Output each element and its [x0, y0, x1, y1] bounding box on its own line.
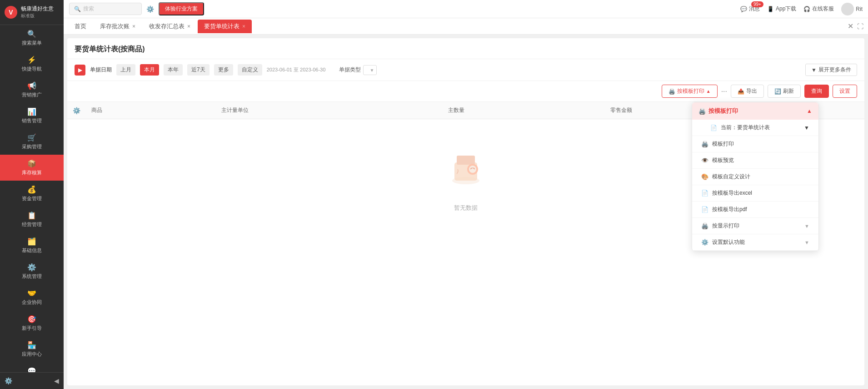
dropdown-item-template-custom[interactable]: 🎨 模板自定义设计 — [692, 169, 818, 185]
sidebar-item-operation[interactable]: 📋 经营管理 — [0, 207, 64, 232]
sidebar-item-apps[interactable]: 🏪 应用中心 — [0, 336, 64, 362]
settings-btn[interactable]: 设置 — [833, 85, 857, 98]
sidebar-item-basic[interactable]: 🗂️ 基础信息 — [0, 232, 64, 258]
sidebar-item-finance[interactable]: 💰 资金管理 — [0, 181, 64, 207]
sidebar-item-wechat[interactable]: 💬 企业微信 — [0, 362, 64, 372]
tab-receipt-summary-label: 收发存汇总表 — [149, 22, 185, 30]
dropdown-item-export-pdf[interactable]: 📄 按模板导出pdf — [692, 202, 818, 218]
table-settings-icon[interactable]: ⚙️ — [73, 107, 80, 114]
sidebar-item-inventory[interactable]: 📦 库存核算 — [0, 155, 64, 181]
tab-order-stats-close[interactable]: × — [242, 23, 245, 30]
sidebar-item-label: 采购管理 — [22, 143, 42, 150]
sidebar-item-sales[interactable]: 📊 销售管理 — [0, 103, 64, 129]
sidebar-item-quicknav[interactable]: ⚡ 快捷导航 — [0, 51, 64, 77]
display-print-icon: 🖨️ — [701, 222, 708, 229]
user-avatar-btn[interactable]: Rit — [841, 3, 863, 15]
tab-inventory-batch-close[interactable]: × — [132, 23, 135, 30]
print-btn[interactable]: 🖨️ 按模板打印 ▲ — [662, 85, 718, 98]
filter-expand-btn[interactable]: ▶ — [75, 65, 85, 76]
date-btn-more[interactable]: 更多 — [214, 64, 233, 76]
guide-icon: 🎯 — [27, 315, 36, 323]
tab-inventory-batch[interactable]: 库存批次账 × — [94, 20, 142, 33]
dropdown-current[interactable]: 📄 当前：要货单统计表 ▼ — [692, 120, 818, 136]
tab-bar-expand-icon[interactable]: ⛶ — [857, 23, 863, 30]
type-label: 单据类型 — [339, 66, 361, 74]
search-placeholder: 搜索 — [83, 5, 94, 13]
app-download-btn[interactable]: 📱 App下载 — [767, 5, 796, 13]
refresh-icon: 🔄 — [774, 88, 781, 95]
sidebar-item-label: 搜索菜单 — [22, 40, 42, 46]
date-btn-custom[interactable]: 自定义 — [238, 64, 262, 76]
sidebar-item-guide[interactable]: 🎯 新手引导 — [0, 310, 64, 336]
topbar: 🔍 搜索 ⚙️ 体验行业方案 💬 消息 99+ 📱 App下载 🎧 在线客服 R… — [64, 0, 868, 18]
svg-point-4 — [469, 166, 476, 173]
tab-order-stats[interactable]: 要货单统计表 × — [198, 20, 252, 33]
logo-icon: V — [5, 6, 17, 19]
template-preview-icon: 👁️ — [701, 157, 708, 164]
query-btn[interactable]: 查询 — [804, 85, 829, 98]
tab-bar-close-icon[interactable]: ✕ — [848, 22, 853, 30]
service-icon: 🎧 — [803, 6, 810, 12]
sidebar-item-label: 库存核算 — [22, 169, 42, 176]
date-range: 2023-06-01 至 2023-06-30 — [267, 66, 326, 73]
date-btn-last-month[interactable]: 上月 — [116, 64, 135, 76]
export-pdf-label: 按模板导出pdf — [712, 206, 747, 213]
tab-receipt-summary-close[interactable]: × — [187, 23, 190, 30]
tab-receipt-summary[interactable]: 收发存汇总表 × — [143, 20, 197, 33]
dropdown-item-template-print[interactable]: 🖨️ 模板打印 — [692, 136, 818, 152]
main-content: 🔍 搜索 ⚙️ 体验行业方案 💬 消息 99+ 📱 App下载 🎧 在线客服 R… — [64, 0, 868, 389]
date-btn-7days[interactable]: 近7天 — [187, 64, 210, 76]
default-func-chevron: ▼ — [804, 240, 809, 245]
sidebar-item-purchase[interactable]: 🛒 采购管理 — [0, 129, 64, 155]
dropdown-item-export-excel[interactable]: 📄 按模板导出excel — [692, 185, 818, 202]
export-icon: 📤 — [738, 88, 744, 95]
template-custom-label: 模板自定义设计 — [712, 173, 750, 181]
sales-icon: 📊 — [27, 107, 36, 116]
toolbar: 🖨️ 按模板打印 ▲ ··· 📤 导出 🔄 刷新 查询 设置 — [67, 81, 864, 102]
sidebar-item-marketing[interactable]: 📢 营销推广 — [0, 77, 64, 103]
more-actions-icon[interactable]: ··· — [721, 87, 727, 96]
wechat-icon: 💬 — [27, 367, 36, 372]
svg-point-5 — [471, 168, 472, 169]
purchase-icon: 🛒 — [27, 133, 36, 142]
tabbar: 首页 库存批次账 × 收发存汇总表 × 要货单统计表 × ✕ ⛶ — [64, 18, 868, 35]
print-chevron-icon: ▲ — [706, 89, 711, 94]
col-product: 商品 — [86, 102, 216, 119]
default-func-icon: ⚙️ — [701, 239, 708, 246]
type-select[interactable] — [363, 65, 377, 75]
display-print-label: 按显示打印 — [712, 222, 739, 230]
sidebar-item-enterprise[interactable]: 🤝 企业协同 — [0, 284, 64, 310]
dropdown-display-print[interactable]: 🖨️ 按显示打印 ▼ — [692, 218, 818, 234]
download-icon: 📱 — [767, 6, 774, 12]
col-quantity: 主数量 — [443, 102, 605, 119]
sidebar-item-system[interactable]: ⚙️ 系统管理 — [0, 258, 64, 284]
expand-more-btn[interactable]: ▼ 展开更多条件 — [805, 64, 857, 76]
messages-btn[interactable]: 💬 消息 99+ — [740, 5, 760, 13]
date-label: 单据日期 — [90, 66, 112, 74]
tab-home[interactable]: 首页 — [68, 20, 93, 33]
inventory-icon: 📦 — [27, 159, 36, 168]
sidebar: V 畅康通好生意 标准版 🔍 搜索菜单 ⚡ 快捷导航 📢 营销推广 📊 销售管理… — [0, 0, 64, 389]
collapse-icon[interactable]: ◀ — [54, 377, 59, 384]
refresh-btn[interactable]: 🔄 刷新 — [768, 85, 801, 98]
empty-icon — [443, 147, 489, 199]
sidebar-item-search[interactable]: 🔍 搜索菜单 — [0, 25, 64, 51]
export-btn[interactable]: 📤 导出 — [731, 85, 764, 98]
tab-home-label: 首页 — [75, 22, 86, 30]
svg-point-6 — [474, 168, 475, 169]
date-btn-this-year[interactable]: 本年 — [164, 64, 183, 76]
current-chevron-icon: ▼ — [804, 125, 809, 131]
topbar-gear-icon[interactable]: ⚙️ — [146, 5, 154, 13]
settings-icon[interactable]: ⚙️ — [5, 377, 12, 384]
dropdown-item-template-preview[interactable]: 👁️ 模板预览 — [692, 152, 818, 169]
online-service-btn[interactable]: 🎧 在线客服 — [803, 5, 834, 13]
trial-button[interactable]: 体验行业方案 — [159, 2, 204, 15]
print-icon: 🖨️ — [668, 88, 675, 95]
topbar-right: 💬 消息 99+ 📱 App下载 🎧 在线客服 Rit — [740, 3, 863, 15]
topbar-search[interactable]: 🔍 搜索 — [69, 3, 142, 15]
dropdown-collapse-icon[interactable]: ▲ — [807, 108, 812, 114]
date-btn-this-month[interactable]: 本月 — [140, 64, 159, 76]
settings-label: 设置 — [839, 87, 850, 95]
finance-icon: 💰 — [27, 185, 36, 194]
dropdown-default-func[interactable]: ⚙️ 设置默认功能 ▼ — [692, 234, 818, 251]
